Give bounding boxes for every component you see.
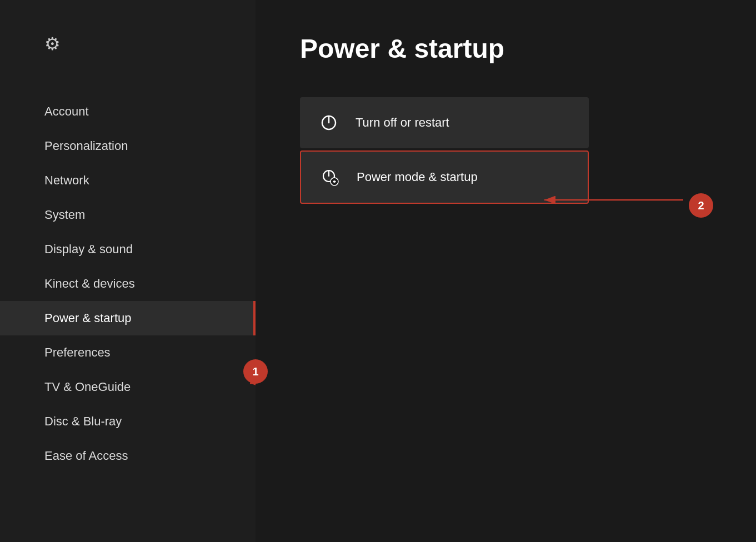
sidebar-item-tv-oneguide[interactable]: TV & OneGuide bbox=[0, 370, 256, 404]
sidebar-item-network[interactable]: Network bbox=[0, 163, 256, 198]
sidebar-item-account[interactable]: Account bbox=[0, 94, 256, 129]
annotation-arrow-2 bbox=[533, 183, 694, 217]
sidebar-navigation: Account Personalization Network System D… bbox=[0, 94, 256, 473]
sidebar-item-display-sound[interactable]: Display & sound bbox=[0, 232, 256, 267]
power-mode-startup-label: Power mode & startup bbox=[357, 170, 478, 184]
sidebar-item-power-startup[interactable]: Power & startup bbox=[0, 301, 256, 335]
gear-icon: ⚙ bbox=[44, 33, 61, 54]
annotation-badge-1: 1 bbox=[243, 359, 268, 384]
turn-off-restart-card[interactable]: Turn off or restart bbox=[300, 97, 589, 148]
power-off-icon bbox=[318, 113, 340, 133]
sidebar-item-disc-bluray[interactable]: Disc & Blu-ray bbox=[0, 404, 256, 439]
power-mode-icon bbox=[319, 167, 341, 187]
annotation-badge-2: 2 bbox=[689, 193, 713, 218]
sidebar-item-system[interactable]: System bbox=[0, 198, 256, 232]
page-title: Power & startup bbox=[300, 33, 712, 64]
main-content: Power & startup Turn off or restart bbox=[256, 0, 756, 542]
sidebar-item-preferences[interactable]: Preferences bbox=[0, 335, 256, 370]
sidebar-item-ease-of-access[interactable]: Ease of Access bbox=[0, 439, 256, 473]
sidebar-item-kinect-devices[interactable]: Kinect & devices bbox=[0, 267, 256, 301]
turn-off-restart-label: Turn off or restart bbox=[356, 116, 449, 130]
sidebar: ⚙ Account Personalization Network System… bbox=[0, 0, 256, 542]
sidebar-item-personalization[interactable]: Personalization bbox=[0, 129, 256, 163]
